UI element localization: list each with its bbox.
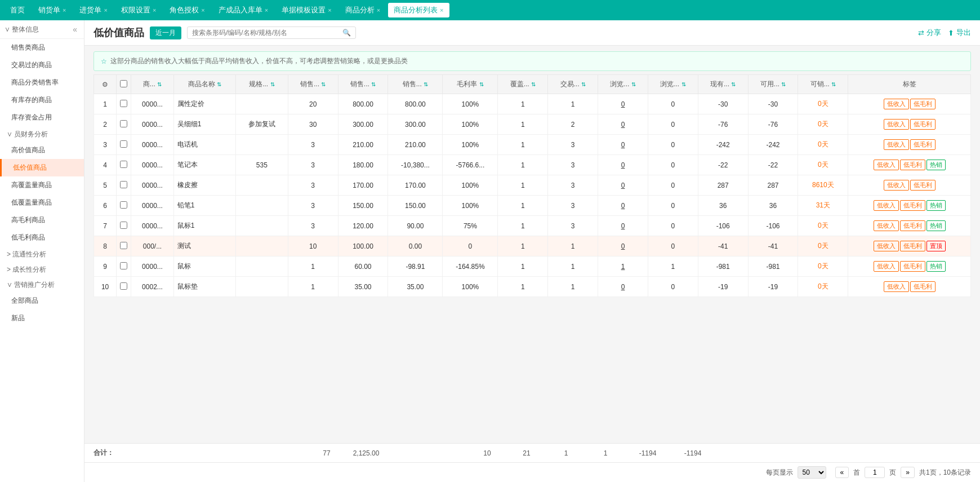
row-gross-rate: -164.85% [443,257,498,277]
close-icon[interactable]: × [153,7,156,14]
nav-analysis-list-label: 商品分析列表 [394,5,438,15]
total-current-stock: -1194 [625,449,670,457]
total-sales-qty: 77 [310,449,344,457]
sidebar-item-low-margin[interactable]: 低毛利商品 [0,229,84,246]
row-views1[interactable]: 0 [598,94,648,114]
row-coverage: 1 [498,94,548,114]
nav-home-label: 首页 [10,5,25,15]
close-icon[interactable]: × [328,7,331,14]
row-checkbox[interactable] [120,242,127,249]
row-days: 31天 [798,196,848,216]
row-sales-qty: 10 [288,236,338,257]
row-days: 0天 [798,216,848,236]
nav-analysis[interactable]: 商品分析 × [340,3,386,17]
row-views1[interactable]: 0 [598,277,648,297]
close-icon[interactable]: × [377,7,380,14]
row-code: 0000... [131,94,174,114]
page-number-input[interactable] [865,467,885,478]
row-checkbox[interactable] [120,140,127,148]
row-views1[interactable]: 0 [598,175,648,196]
tag-低收入: 低收入 [874,261,899,272]
close-icon[interactable]: × [265,7,268,14]
row-checkbox[interactable] [120,201,127,209]
row-views1[interactable]: 1 [598,257,648,277]
nav-template[interactable]: 单据模板设置 × [276,3,337,17]
row-days: 0天 [798,257,848,277]
share-button[interactable]: ⇄ 分享 [918,28,941,38]
total-available: -1194 [670,449,715,457]
sidebar-group-marketing: ∨ 营销推广分析 [0,277,84,292]
layout: ∨ 整体信息 « 销售类商品 交易过的商品 商品分类销售率 有库存的商品 库存资… [0,20,980,482]
search-input[interactable] [192,29,342,37]
row-name: 橡皮擦 [173,175,235,196]
row-checkbox[interactable] [120,181,127,188]
footer-bar: 合计： 77 2,125.00 10 21 1 1 -1194 -1194 [84,443,980,462]
last-page-button[interactable]: » [901,467,915,478]
sidebar-item-low-value[interactable]: 低价值商品 [0,159,84,176]
row-coverage: 1 [498,155,548,175]
row-views1[interactable]: 0 [598,236,648,257]
page-label: 首 [853,468,860,477]
sidebar-item-stock-goods[interactable]: 有库存的商品 [0,91,84,109]
row-checkbox[interactable] [120,161,127,168]
nav-purchase[interactable]: 进货单 × [74,3,113,17]
row-checkbox-cell [117,155,131,175]
close-icon[interactable]: × [440,7,443,14]
info-banner: ☆ 这部分商品的销售收入大幅低于商品平均销售收入，价值不高，可考虑调整营销策略，… [93,51,971,71]
row-sales-qty: 30 [288,114,338,135]
top-nav: 首页 销货单 × 进货单 × 权限设置 × 角色授权 × 产成品入库单 × 单据… [0,0,980,20]
row-tags: 低收入低毛利 [848,135,971,155]
row-views1[interactable]: 0 [598,135,648,155]
sidebar-item-high-value[interactable]: 高价值商品 [0,141,84,159]
nav-stock-in[interactable]: 产成品入库单 × [213,3,274,17]
row-sales-amount: -98.91 [388,257,443,277]
close-icon[interactable]: × [201,7,204,14]
row-checkbox[interactable] [120,100,127,107]
row-sales-price: 800.00 [338,94,388,114]
collapse-btn[interactable]: « [70,24,79,35]
col-settings[interactable]: ⚙ [94,75,117,94]
row-checkbox[interactable] [120,282,127,290]
sidebar-item-high-coverage[interactable]: 高覆盖量商品 [0,176,84,194]
export-button[interactable]: ⬆ 导出 [948,28,971,38]
row-current-stock: -76 [698,114,748,135]
tag-热销: 热销 [926,160,946,170]
sidebar-item-high-margin[interactable]: 高毛利商品 [0,211,84,229]
row-sales-price: 100.00 [338,236,388,257]
row-views1[interactable]: 0 [598,155,648,175]
row-code: 0000... [131,155,174,175]
close-icon[interactable]: × [63,7,66,14]
sidebar-item-category-sales[interactable]: 商品分类销售率 [0,74,84,91]
row-gross-rate: 100% [443,94,498,114]
sidebar-item-all-goods[interactable]: 全部商品 [0,292,84,309]
nav-analysis-list[interactable]: 商品分析列表 × [388,3,449,17]
nav-permissions[interactable]: 权限设置 × [115,3,162,17]
nav-roles[interactable]: 角色授权 × [164,3,210,17]
row-views1[interactable]: 0 [598,114,648,135]
row-views1[interactable]: 0 [598,196,648,216]
sidebar-item-new-goods[interactable]: 新品 [0,309,84,327]
row-code: 0000... [131,135,174,155]
filter-button[interactable]: 近一月 [150,26,181,39]
sidebar-item-capital[interactable]: 库存资金占用 [0,109,84,126]
nav-home[interactable]: 首页 [5,3,30,17]
sidebar-item-sales-goods[interactable]: 销售类商品 [0,39,84,56]
tag-低毛利: 低毛利 [910,119,936,130]
row-name: 鼠标垫 [173,277,235,297]
nav-sales-order[interactable]: 销货单 × [33,3,72,17]
close-icon[interactable]: × [104,7,107,14]
select-all-checkbox[interactable] [120,80,127,87]
first-page-button[interactable]: « [835,467,849,478]
row-checkbox[interactable] [120,120,127,127]
row-checkbox[interactable] [120,222,127,229]
table-row: 3 0000... 电话机 3 210.00 210.00 100% 1 3 0… [94,135,971,155]
search-icon[interactable]: 🔍 [342,29,351,37]
row-checkbox[interactable] [120,262,127,269]
per-page-select[interactable]: 50 100 200 [798,466,826,479]
row-sales-amount: 0.00 [388,236,443,257]
sidebar-item-low-coverage[interactable]: 低覆盖量商品 [0,194,84,211]
row-sales-amount: 150.00 [388,196,443,216]
row-views1[interactable]: 0 [598,216,648,236]
sidebar-item-traded[interactable]: 交易过的商品 [0,56,84,74]
row-sales-price: 150.00 [338,196,388,216]
